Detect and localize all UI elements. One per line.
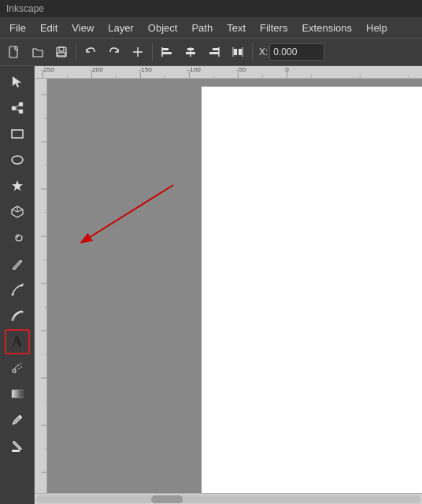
menu-bar: File Edit View Layer Object Path Text Fi… — [0, 17, 422, 38]
eyedropper-tool-btn[interactable] — [5, 407, 30, 432]
svg-rect-13 — [209, 52, 219, 54]
toolbar-zoom-in-btn[interactable] — [127, 41, 149, 63]
toolbar-undo-btn[interactable] — [80, 41, 102, 63]
svg-marker-25 — [12, 180, 23, 191]
svg-marker-19 — [13, 76, 21, 87]
menu-extensions[interactable]: Extensions — [295, 20, 358, 35]
drawing-area[interactable] — [47, 79, 422, 493]
text-tool-btn[interactable]: A — [5, 329, 30, 354]
x-input-group: X: — [259, 43, 324, 61]
svg-rect-39 — [12, 390, 23, 398]
svg-rect-12 — [213, 48, 219, 50]
h-scrollbar[interactable] — [35, 493, 422, 504]
toolbar-save-btn[interactable] — [50, 41, 72, 63]
menu-text[interactable]: Text — [220, 20, 252, 35]
svg-point-35 — [20, 363, 21, 365]
svg-point-34 — [17, 365, 19, 366]
svg-rect-20 — [12, 106, 16, 110]
toolbar-align-right-btn[interactable] — [203, 41, 225, 63]
svg-text:-250: -250 — [41, 66, 54, 72]
fill-tool-btn[interactable] — [5, 433, 30, 458]
svg-text:-200: -200 — [90, 66, 103, 72]
rect-tool-btn[interactable] — [5, 121, 30, 146]
toolbar-sep-2 — [152, 43, 153, 61]
menu-object[interactable]: Object — [142, 20, 184, 35]
toolbar-redo-btn[interactable] — [103, 41, 125, 63]
menu-filters[interactable]: Filters — [254, 20, 294, 35]
ellipse-tool-btn[interactable] — [5, 147, 30, 172]
menu-file[interactable]: File — [3, 20, 32, 35]
svg-line-84 — [85, 185, 173, 240]
select-tool-btn[interactable] — [5, 69, 30, 94]
x-input[interactable] — [269, 43, 324, 61]
svg-text:-100: -100 — [187, 66, 201, 72]
calligraphy-tool-btn[interactable] — [5, 303, 30, 328]
svg-rect-42 — [12, 450, 20, 452]
menu-edit[interactable]: Edit — [34, 20, 64, 35]
spiral-tool-btn[interactable] — [5, 225, 30, 250]
svg-line-38 — [14, 366, 17, 369]
3d-box-tool-btn[interactable] — [5, 199, 30, 224]
svg-rect-0 — [9, 46, 17, 57]
svg-text:-150: -150 — [139, 66, 152, 72]
spray-tool-btn[interactable] — [5, 355, 30, 380]
toolbar-sep-1 — [76, 43, 76, 61]
svg-rect-23 — [12, 130, 23, 138]
svg-point-33 — [13, 369, 16, 372]
title-bar: Inkscape — [0, 0, 422, 17]
svg-rect-64 — [35, 79, 47, 493]
menu-view[interactable]: View — [65, 20, 100, 35]
node-tool-btn[interactable] — [5, 95, 30, 120]
toolbar-align-center-btn[interactable] — [180, 41, 202, 63]
toolbar-distribute-btn[interactable] — [227, 41, 249, 63]
svg-line-28 — [12, 209, 17, 212]
svg-point-41 — [19, 416, 21, 418]
title-text: Inkscape — [6, 3, 44, 14]
h-scrollbar-track[interactable] — [36, 495, 420, 503]
svg-point-31 — [11, 294, 13, 296]
svg-line-29 — [17, 209, 23, 212]
canvas-area: -250 -200 -150 -100 -50 0 — [35, 66, 422, 504]
svg-point-24 — [12, 156, 23, 164]
svg-point-37 — [18, 368, 20, 369]
ruler-left — [35, 79, 47, 493]
text-tool-icon: A — [12, 334, 22, 350]
toolbar: X: — [0, 38, 422, 66]
svg-rect-6 — [162, 48, 168, 50]
menu-layer[interactable]: Layer — [102, 20, 140, 35]
toolbar-align-left-btn[interactable] — [156, 41, 178, 63]
left-toolbar: A — [0, 66, 35, 504]
toolbar-sep-3 — [252, 43, 253, 61]
star-tool-btn[interactable] — [5, 173, 30, 198]
canvas-page — [202, 87, 422, 493]
svg-rect-15 — [234, 49, 237, 55]
x-label: X: — [259, 46, 268, 57]
svg-rect-2 — [59, 47, 64, 51]
pen-tool-btn[interactable] — [5, 277, 30, 302]
svg-text:-50: -50 — [236, 66, 246, 72]
svg-rect-7 — [162, 52, 172, 54]
menu-path[interactable]: Path — [185, 20, 219, 35]
svg-rect-1 — [57, 47, 66, 57]
svg-rect-3 — [57, 53, 65, 56]
toolbar-new-btn[interactable] — [3, 41, 25, 63]
main-area: A — [0, 66, 422, 504]
menu-help[interactable]: Help — [360, 20, 394, 35]
svg-rect-16 — [239, 49, 242, 55]
gradient-tool-btn[interactable] — [5, 381, 30, 406]
h-scrollbar-thumb[interactable] — [151, 495, 183, 503]
svg-point-36 — [20, 366, 22, 368]
toolbar-open-btn[interactable] — [27, 41, 49, 63]
canvas-content — [35, 79, 422, 493]
svg-text:0: 0 — [285, 66, 289, 72]
ruler-top: -250 -200 -150 -100 -50 0 — [35, 66, 422, 79]
pencil-tool-btn[interactable] — [5, 251, 30, 276]
